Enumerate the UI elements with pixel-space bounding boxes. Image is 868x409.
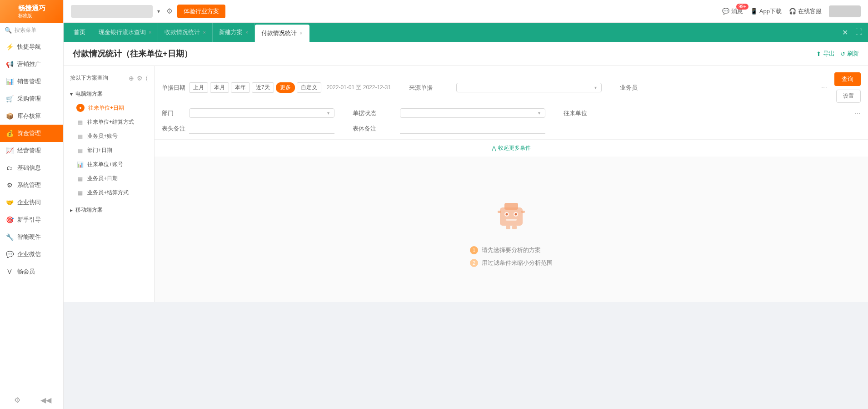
hardware-icon: 🔧 — [5, 233, 14, 241]
topbar-gear-icon[interactable]: ⚙ — [166, 7, 173, 15]
table-header-note-input[interactable] — [189, 123, 334, 134]
svg-point-5 — [515, 213, 517, 216]
sidebar-item-marketing[interactable]: 📢 营销推广 — [0, 56, 63, 73]
tabbar-expand-btn[interactable]: ⛶ — [853, 26, 864, 39]
scheme-label-dept-date: 部门+日期 — [87, 146, 112, 154]
online-service-label: 在线客服 — [798, 7, 822, 15]
tab-new-plan-label: 新建方案 — [219, 28, 243, 36]
doc-status-label: 单据状态 — [353, 109, 398, 117]
source-doc-label: 来源单据 — [409, 84, 454, 92]
mobile-section-title[interactable]: ▸ 移动端方案 — [64, 203, 154, 217]
tip-num-2: 2 — [470, 259, 478, 267]
date-btn-custom[interactable]: 自定义 — [297, 82, 321, 93]
dept-arrow: ▾ — [327, 111, 329, 116]
date-btn-more[interactable]: 更多 — [276, 82, 295, 93]
scheme-query-label: 按以下方案查询 — [70, 74, 108, 82]
trial-button[interactable]: 体验行业方案 — [177, 5, 225, 18]
desktop-scheme-section: ▾ 电脑端方案 ● 往来单位+日期 ▦ 往来单位+结算方式 ▦ 业务员+账号 — [64, 86, 154, 202]
scheme-item-staff-date[interactable]: ▦ 业务员+日期 — [64, 172, 154, 186]
scheme-label-partner-settle: 往来单位+结算方式 — [87, 118, 134, 126]
scheme-icon-staff-settle: ▦ — [76, 189, 84, 197]
desktop-section-title[interactable]: ▾ 电脑端方案 — [64, 87, 154, 101]
scheme-item-staff-account[interactable]: ▦ 业务员+账号 — [64, 129, 154, 143]
dept-select[interactable]: ▾ — [189, 108, 334, 118]
tab-cash-flow-close[interactable]: × — [149, 30, 151, 35]
date-btn-last-month[interactable]: 上月 — [189, 82, 208, 93]
sidebar-item-purchase[interactable]: 🛒 采购管理 — [0, 90, 63, 107]
sidebar-label-marketing: 营销推广 — [17, 60, 41, 68]
scheme-item-partner-date[interactable]: ● 往来单位+日期 — [64, 101, 154, 115]
sidebar-item-finance[interactable]: 💰 资金管理 — [0, 125, 63, 142]
topbar-right: 💬 消息 99+ 📱 App下载 🎧 在线客服 — [722, 5, 861, 17]
sidebar-label-member: 畅会员 — [17, 268, 35, 276]
inventory-icon: 📦 — [5, 112, 14, 120]
sidebar-item-member[interactable]: V 畅会员 — [0, 263, 63, 280]
query-button[interactable]: 查询 — [834, 72, 861, 86]
app-download-link[interactable]: 📱 App下载 — [750, 7, 782, 15]
tabbar-close-btn[interactable]: ✕ — [840, 26, 850, 39]
tab-home[interactable]: 首页 — [67, 23, 92, 42]
collapse-panel-icon[interactable]: ⟨ — [145, 75, 148, 82]
scheme-icon-staff-account: ▦ — [76, 133, 84, 140]
message-badge[interactable]: 💬 消息 99+ — [722, 7, 743, 15]
tab-new-plan[interactable]: 新建方案 × — [213, 23, 255, 42]
tip-num-1: 1 — [470, 246, 478, 254]
sidebar-settings-btn[interactable]: ⚙ — [5, 396, 30, 404]
sidebar-item-sales[interactable]: 📊 销售管理 — [0, 73, 63, 90]
sidebar-item-guide[interactable]: 🎯 新手引导 — [0, 211, 63, 228]
table-body-note-input[interactable] — [400, 123, 545, 134]
date-btn-this-month[interactable]: 本月 — [210, 82, 229, 93]
tab-payment-stat[interactable]: 付款情况统计 × — [255, 25, 309, 42]
search-menu[interactable]: 🔍 搜索菜单 — [0, 23, 63, 38]
refresh-button[interactable]: ↺ 刷新 — [840, 50, 859, 58]
sidebar-collapse-btn[interactable]: ◀◀ — [34, 396, 59, 404]
settings-scheme-icon[interactable]: ⚙ — [137, 75, 143, 82]
sidebar-item-weixin[interactable]: 💬 企业微信 — [0, 246, 63, 263]
tab-receivable[interactable]: 收款情况统计 × — [158, 23, 212, 42]
svg-rect-0 — [500, 207, 523, 226]
topbar: ▾ ⚙ 体验行业方案 💬 消息 99+ 📱 App下载 🎧 在线客服 — [64, 0, 868, 23]
scheme-item-staff-settle[interactable]: ▦ 业务员+结算方式 — [64, 186, 154, 200]
partner-label: 往来单位 — [564, 109, 609, 117]
scheme-icon-staff-date: ▦ — [76, 175, 84, 182]
sidebar-item-base[interactable]: 🗂 基础信息 — [0, 159, 63, 177]
brand-sub: 标准版 — [18, 13, 45, 19]
tabbar: 首页 现金银行流水查询 × 收款情况统计 × 新建方案 × 付款情况统计 × ✕… — [64, 23, 868, 42]
tab-receivable-close[interactable]: × — [203, 30, 205, 35]
date-btn-this-year[interactable]: 本年 — [231, 82, 250, 93]
collapse-bar: ⋀ 收起更多条件 — [155, 139, 868, 157]
scheme-item-dept-date[interactable]: ▦ 部门+日期 — [64, 143, 154, 157]
salesman-dots[interactable]: ··· — [813, 84, 827, 92]
svg-rect-10 — [512, 226, 517, 229]
export-button[interactable]: ⬆ 导出 — [816, 50, 835, 58]
source-doc-select[interactable]: ▾ — [456, 83, 602, 92]
sidebar-item-operation[interactable]: 📈 经营管理 — [0, 142, 63, 159]
svg-rect-6 — [506, 219, 517, 221]
doc-status-select[interactable]: ▾ — [400, 108, 545, 118]
scheme-item-partner-settle[interactable]: ▦ 往来单位+结算方式 — [64, 115, 154, 129]
scheme-item-partner-account[interactable]: 📊 往来单位+账号 — [64, 157, 154, 172]
sidebar-item-enterprise[interactable]: 🤝 企业协同 — [0, 194, 63, 211]
sidebar-item-inventory[interactable]: 📦 库存核算 — [0, 107, 63, 125]
quick-nav-icon: ⚡ — [5, 43, 14, 51]
page-header-actions: ⬆ 导出 ↺ 刷新 — [816, 50, 859, 58]
online-service-link[interactable]: 🎧 在线客服 — [789, 7, 822, 15]
collapse-conditions-button[interactable]: ⋀ 收起更多条件 — [492, 144, 531, 152]
sidebar-item-quick-nav[interactable]: ⚡ 快捷导航 — [0, 38, 63, 56]
tab-cash-flow[interactable]: 现金银行流水查询 × — [92, 23, 158, 42]
marketing-icon: 📢 — [5, 60, 14, 68]
sidebar-item-hardware[interactable]: 🔧 智能硬件 — [0, 228, 63, 246]
settings-button[interactable]: 设置 — [836, 90, 861, 103]
tab-payment-stat-close[interactable]: × — [299, 30, 302, 36]
tab-new-plan-close[interactable]: × — [245, 30, 248, 35]
date-btn-7days[interactable]: 近7天 — [252, 82, 274, 93]
search-icon: 🔍 — [5, 27, 12, 34]
sidebar-item-system[interactable]: ⚙ 系统管理 — [0, 177, 63, 194]
refresh-label: 刷新 — [847, 50, 859, 58]
topbar-brand-placeholder — [71, 5, 153, 18]
scheme-label-partner-account: 往来单位+账号 — [87, 161, 123, 168]
add-scheme-icon[interactable]: ⊕ — [129, 75, 134, 82]
topbar-dropdown[interactable]: ▾ — [157, 8, 160, 15]
partner-dots[interactable]: ··· — [847, 109, 861, 117]
empty-tip-2: 2 用过滤条件来缩小分析范围 — [470, 259, 553, 267]
